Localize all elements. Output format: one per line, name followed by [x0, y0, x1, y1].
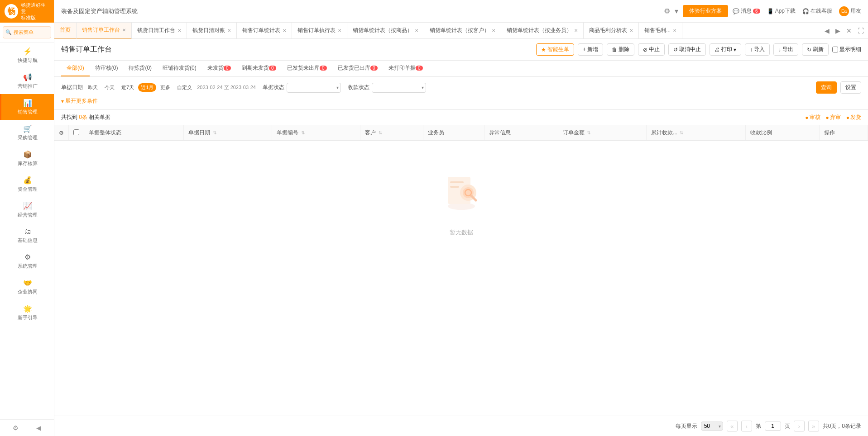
tab-sales-exec[interactable]: 销售订单执行表 ✕ — [292, 23, 347, 39]
last-page-btn[interactable]: » — [808, 421, 819, 431]
tab-close-sales-summary-staff[interactable]: ✕ — [574, 28, 578, 33]
sidebar-item-sales[interactable]: 📊 销售管理 — [0, 94, 54, 120]
sidebar-bottom: ⚙ ◀ — [0, 419, 54, 436]
page-size-select[interactable]: 20 50 100 — [701, 422, 723, 431]
stop-button[interactable]: ⊘ 中止 — [638, 43, 665, 56]
sub-tab-pending-review[interactable]: 待审核(0) — [90, 61, 124, 76]
page-body: 销售订单工作台 ★ 智能生单 + 新增 🗑 删除 ⊘ 中止 ↺ 取消中止 — [54, 39, 868, 436]
collapse-button[interactable]: ◀ — [36, 424, 41, 431]
select-all-checkbox[interactable] — [73, 129, 79, 135]
sub-tab-shipped-not-out[interactable]: 已发货未出库0 — [282, 61, 332, 76]
tab-sales-stats[interactable]: 销售订单统计表 ✕ — [237, 23, 292, 39]
cancel-review-action-btn[interactable]: ● 弃审 — [826, 114, 841, 121]
tab-close-sales-more[interactable]: ✕ — [673, 28, 676, 33]
review-action-btn[interactable]: ● 审核 — [805, 114, 820, 121]
tab-sales-workbench[interactable]: 销售订单工作台 ✕ — [77, 23, 132, 39]
topbar-dropdown-icon[interactable]: ▾ — [675, 7, 678, 15]
tab-close-cash-reconcile[interactable]: ✕ — [227, 28, 231, 33]
mobile-icon: 📱 — [767, 8, 774, 14]
sidebar-item-operations[interactable]: 📈 经营管理 — [0, 197, 54, 223]
first-page-btn[interactable]: « — [727, 421, 738, 431]
cancel-stop-button[interactable]: ↺ 取消中止 — [668, 43, 706, 56]
import-button[interactable]: ↑ 导入 — [745, 43, 770, 56]
tab-sales-summary-product[interactable]: 销货单统计表（按商品） ✕ — [347, 23, 424, 39]
sidebar-item-enterprise[interactable]: 🤝 企业协同 — [0, 274, 54, 300]
refresh-button[interactable]: ↻ 刷新 — [802, 43, 829, 56]
sidebar-item-marketing[interactable]: 📢 营销推广 — [0, 68, 54, 94]
sub-tab-bar: 全部(0) 待审核(0) 待拣货(0) 旺铺待发货(0) 未发货0 到期未发货0… — [54, 61, 868, 77]
sidebar-item-purchase[interactable]: 🛒 采购管理 — [0, 120, 54, 146]
ship-action-btn[interactable]: ● 发货 — [846, 114, 861, 121]
shortcut-yesterday[interactable]: 昨天 — [85, 83, 101, 92]
query-button[interactable]: 查询 — [816, 81, 837, 94]
tab-sales-more[interactable]: 销售毛利... ✕ — [639, 23, 682, 39]
tabs-maximize-btn[interactable]: ⛶ — [856, 26, 866, 35]
tab-close-sales-summary-product[interactable]: ✕ — [415, 28, 418, 33]
sub-tab-shipped-out[interactable]: 已发货已出库0 — [332, 61, 383, 76]
sidebar-item-system[interactable]: ⚙ 系统管理 — [0, 248, 54, 274]
show-detail-label[interactable]: 显示明细 — [832, 46, 861, 53]
tab-close-sales-summary-customer[interactable]: ✕ — [492, 28, 495, 33]
tab-home[interactable]: 首页 — [54, 23, 77, 39]
expand-filter-button[interactable]: ▾ 展开更多条件 — [61, 97, 861, 105]
sidebar-item-base-info[interactable]: 🗂 基础信息 — [0, 223, 54, 248]
next-page-btn[interactable]: › — [794, 421, 805, 431]
smart-create-button[interactable]: ★ 智能生单 — [536, 43, 574, 56]
tab-product-margin[interactable]: 商品毛利分析表 ✕ — [584, 23, 639, 39]
delete-button[interactable]: 🗑 删除 — [607, 43, 634, 56]
col-doc-no[interactable]: 单据编号 ⇅ — [272, 125, 360, 141]
sub-tab-not-printed[interactable]: 未打印单据0 — [383, 61, 428, 76]
column-settings-icon[interactable]: ⚙ — [59, 130, 64, 136]
sub-tab-wangpu[interactable]: 旺铺待发货(0) — [157, 61, 202, 76]
tab-sales-summary-staff[interactable]: 销货单统计表（按业务员） ✕ — [501, 23, 584, 39]
message-button[interactable]: 💬 消息 6 — [733, 7, 760, 15]
sidebar-item-finance[interactable]: 💰 资金管理 — [0, 171, 54, 197]
shortcut-custom[interactable]: 自定义 — [174, 83, 195, 92]
tab-close-cash-daily[interactable]: ✕ — [177, 28, 181, 33]
col-order-amount[interactable]: 订单金额 ⇅ — [558, 125, 647, 141]
print-button[interactable]: 🖨 打印 ▾ — [710, 43, 741, 56]
col-collected[interactable]: 累计收款... ⇅ — [647, 125, 746, 141]
col-customer[interactable]: 客户 ⇅ — [360, 125, 423, 141]
table-scroll-container[interactable]: ⚙ 单据整体状态 单据日期 ⇅ — [54, 125, 868, 416]
shortcut-1month[interactable]: 近1月 — [138, 83, 156, 92]
online-service-button[interactable]: 🎧 在线客服 — [802, 7, 832, 15]
shortcut-more[interactable]: 更多 — [158, 83, 173, 92]
tabs-close-all-btn[interactable]: ✕ — [844, 26, 854, 35]
prev-page-btn[interactable]: ‹ — [741, 421, 752, 431]
shortcut-today[interactable]: 今天 — [102, 83, 117, 92]
sub-tab-all[interactable]: 全部(0) — [61, 61, 90, 76]
shortcut-7days[interactable]: 近7天 — [119, 83, 137, 92]
status-select[interactable] — [287, 83, 341, 93]
show-detail-checkbox[interactable] — [832, 47, 838, 52]
industry-btn[interactable]: 体验行业方案 — [683, 5, 728, 17]
sidebar-item-inventory[interactable]: 📦 库存核算 — [0, 146, 54, 171]
payment-select[interactable] — [372, 83, 426, 93]
tab-close-product-margin[interactable]: ✕ — [629, 28, 633, 33]
settings-button[interactable]: ⚙ — [13, 424, 19, 431]
sidebar-item-guide[interactable]: 🌟 新手引导 — [0, 300, 54, 326]
filter-settings-button[interactable]: 设置 — [840, 81, 861, 94]
tabs-prev-btn[interactable]: ◀ — [823, 26, 831, 35]
sub-tab-pending-pickup[interactable]: 待拣货(0) — [123, 61, 157, 76]
tab-close-sales-stats[interactable]: ✕ — [283, 28, 286, 33]
tab-cash-daily[interactable]: 钱货日清工作台 ✕ — [132, 23, 187, 39]
tab-close-sales-exec[interactable]: ✕ — [338, 28, 341, 33]
page-number-input[interactable] — [765, 422, 781, 431]
base-info-icon: 🗂 — [24, 227, 31, 236]
sidebar-item-quick-nav[interactable]: ⚡ 快捷导航 — [0, 43, 54, 68]
tab-cash-reconcile[interactable]: 钱货日清对账 ✕ — [187, 23, 237, 39]
search-menu-button[interactable]: 🔍 搜索菜单 — [3, 26, 51, 38]
tab-sales-summary-customer[interactable]: 销货单统计表（按客户） ✕ — [424, 23, 501, 39]
topbar-settings-icon[interactable]: ⚙ — [664, 7, 670, 15]
sub-tab-expired-not-shipped[interactable]: 到期未发货0 — [236, 61, 282, 76]
add-button[interactable]: + 新增 — [578, 43, 603, 56]
col-doc-date[interactable]: 单据日期 ⇅ — [184, 125, 272, 141]
sort-customer-icon: ⇅ — [379, 130, 382, 135]
export-button[interactable]: ↓ 导出 — [773, 43, 798, 56]
tab-close-sales-workbench[interactable]: ✕ — [122, 28, 126, 33]
app-download-button[interactable]: 📱 App下载 — [767, 7, 796, 15]
tabs-next-btn[interactable]: ▶ — [834, 26, 842, 35]
sub-tab-not-shipped[interactable]: 未发货0 — [202, 61, 236, 76]
user-button[interactable]: Ea 用友 — [839, 6, 861, 16]
